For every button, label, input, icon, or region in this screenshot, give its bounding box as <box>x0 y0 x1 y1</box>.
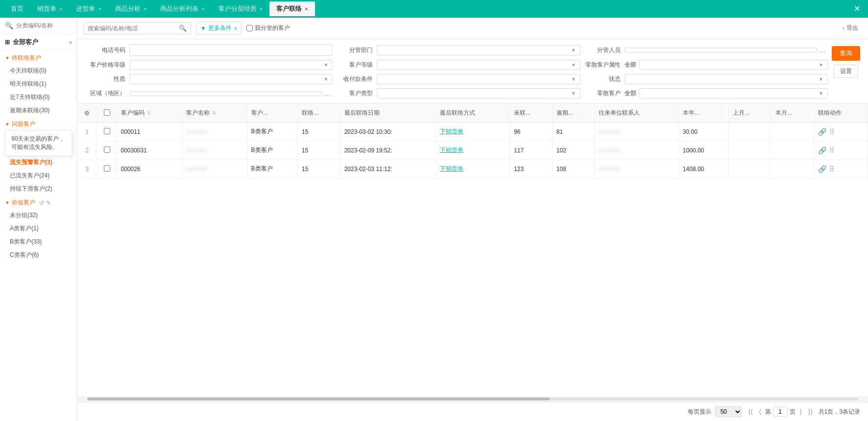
sidebar-group-problem[interactable]: ▼ 问题客户 <box>0 117 77 130</box>
tab-analysis[interactable]: 商品分析 × <box>108 1 153 16</box>
th-last-method[interactable]: 最后联络方式 <box>436 104 510 123</box>
tab-analysis-close[interactable]: × <box>144 6 146 12</box>
sidebar-item-declining[interactable]: 持续下滑客户(2) <box>0 182 77 196</box>
cell-checkbox-0[interactable] <box>97 123 117 141</box>
last-page-btn[interactable]: ⟩⟩ <box>806 407 815 417</box>
filter-row-2: 客户价格等级 ▼ 客户等级 ▼ <box>85 60 828 70</box>
horizontal-scrollbar[interactable] <box>77 396 868 402</box>
filter-input-phone[interactable] <box>129 44 333 56</box>
action-link-icon-1[interactable]: 🔗 <box>818 147 826 154</box>
th-unit-contact[interactable]: 往来单位联系人 <box>595 104 678 123</box>
action-more-icon-2[interactable]: ⠿ <box>829 165 834 173</box>
th-action[interactable]: 联络动作 <box>814 104 868 123</box>
th-checkbox[interactable] <box>97 104 117 123</box>
search-input[interactable] <box>88 25 176 32</box>
sidebar-item-churned[interactable]: 已流失客户(24) <box>0 169 77 182</box>
search-icon[interactable]: 🔍 <box>179 25 187 32</box>
last-method-link-1[interactable]: 下销货单 <box>440 147 463 153</box>
row-checkbox-0[interactable] <box>104 128 110 134</box>
th-contact[interactable]: 联络... <box>298 104 340 123</box>
sidebar-item-churn-warning[interactable]: 流失预警客户(3) <box>0 156 77 169</box>
sidebar-group-pending[interactable]: ▼ 待联络客户 <box>0 51 77 64</box>
chevron-icon-retail-cust: ▼ <box>819 91 823 96</box>
filter-select-manager[interactable] <box>625 48 817 52</box>
tab-purchase-close[interactable]: × <box>98 6 101 12</box>
ellipsis-region[interactable]: … <box>322 90 333 98</box>
sidebar-item-class-b[interactable]: B类客户(33) <box>0 235 77 248</box>
cell-checkbox-2[interactable] <box>97 160 117 178</box>
export-button[interactable]: ↑ 导出 <box>838 22 862 34</box>
th-code[interactable]: 客户编码 ⇅ <box>117 104 182 123</box>
filter-select-nature[interactable]: ▼ <box>129 74 333 84</box>
action-link-icon-0[interactable]: 🔗 <box>818 128 826 136</box>
action-more-icon-1[interactable]: ⠿ <box>829 147 834 154</box>
sidebar-search-input[interactable] <box>16 22 77 29</box>
th-this-month[interactable]: 本月... <box>771 104 814 123</box>
prev-page-btn[interactable]: ⟨ <box>757 407 763 417</box>
tab-customer-contact[interactable]: 客户联络 × <box>269 1 314 16</box>
tab-customer-contact-close[interactable]: × <box>305 6 308 12</box>
tab-analysis-list-close[interactable]: × <box>201 6 204 12</box>
th-last-month[interactable]: 上月... <box>729 104 772 123</box>
cell-checkbox-1[interactable] <box>97 141 117 160</box>
cell-code-2: 000026 <box>117 160 182 178</box>
filter-select-payment[interactable]: ▼ <box>377 74 580 84</box>
tab-analysis-list[interactable]: 商品分析列表 × <box>153 1 211 16</box>
filter-select-retail-attr[interactable]: ▼ <box>639 60 828 70</box>
window-close-button[interactable]: ✕ <box>850 4 864 13</box>
sidebar-item-ungrouped[interactable]: 未分组(32) <box>0 209 77 222</box>
th-name[interactable]: 客户名称 ⇅ <box>182 104 247 123</box>
tab-sales[interactable]: 销货单 × <box>30 1 69 16</box>
first-page-btn[interactable]: ⟨⟨ <box>746 407 755 417</box>
refresh-icon[interactable]: ↺ <box>39 199 44 206</box>
sidebar-item-7days[interactable]: 近7天待联络(0) <box>0 91 77 104</box>
th-settings[interactable]: ⚙ <box>77 104 97 123</box>
th-last-date[interactable]: 最后联络日期 <box>340 104 435 123</box>
settings-button[interactable]: 设置 <box>834 65 858 78</box>
next-page-btn[interactable]: ⟩ <box>797 407 804 417</box>
my-customer-checkbox-label[interactable]: 我分管的客户 <box>246 24 290 32</box>
sidebar-item-overdue[interactable]: 逾期未联络(30) <box>0 104 77 117</box>
last-method-link-2[interactable]: 下销货单 <box>440 165 463 172</box>
cell-last-method-1[interactable]: 下销货单 <box>436 141 510 160</box>
sidebar-item-today[interactable]: 今天待联络(0) <box>0 64 77 77</box>
all-customers-header[interactable]: ⊞ 全部客户 « <box>0 34 77 51</box>
filter-select-retail-cust[interactable]: ▼ <box>639 88 828 99</box>
action-link-icon-2[interactable]: 🔗 <box>818 165 826 173</box>
per-page-select[interactable]: 50 100 <box>715 406 742 417</box>
filter-select-dept[interactable]: ▼ <box>377 45 580 55</box>
sidebar-item-tomorrow[interactable]: 明天待联络(1) <box>0 77 77 91</box>
tab-customer-segment-close[interactable]: × <box>260 6 263 12</box>
tab-home[interactable]: 首页 <box>4 1 30 16</box>
my-customer-checkbox[interactable] <box>246 25 253 31</box>
th-uncontacted[interactable]: 未联... <box>510 104 553 123</box>
tab-sales-close[interactable]: × <box>59 6 62 12</box>
edit-icon[interactable]: ✎ <box>46 199 51 206</box>
th-overdue[interactable]: 逾期... <box>552 104 595 123</box>
action-more-icon-0[interactable]: ⠿ <box>829 128 834 136</box>
last-method-link-0[interactable]: 下销货单 <box>440 128 463 135</box>
cell-last-method-0[interactable]: 下销货单 <box>436 123 510 141</box>
th-this-year[interactable]: 本年... <box>678 104 729 123</box>
filter-select-customer-grade[interactable]: ▼ <box>377 60 580 70</box>
sidebar-item-class-c[interactable]: C类客户(6) <box>0 248 77 262</box>
scrollbar-thumb[interactable] <box>87 397 550 400</box>
sidebar-item-class-a[interactable]: A类客户(1) <box>0 222 77 235</box>
ellipsis-manager[interactable]: … <box>817 46 828 54</box>
row-checkbox-2[interactable] <box>104 165 110 172</box>
more-filter-button[interactable]: ▼ 更多条件 ∧ <box>196 22 241 35</box>
row-checkbox-1[interactable] <box>104 147 110 153</box>
query-button[interactable]: 查询 <box>832 46 860 61</box>
filter-select-cust-type[interactable]: ▼ <box>377 88 580 99</box>
filter-select-region[interactable] <box>129 91 322 96</box>
filter-select-status[interactable]: ▼ <box>625 74 828 84</box>
cell-last-method-2[interactable]: 下销货单 <box>436 160 510 178</box>
tab-purchase[interactable]: 进货单 × <box>69 1 108 16</box>
sidebar-group-value[interactable]: ▼ 价值客户 ↺ ✎ <box>0 196 77 209</box>
th-type[interactable]: 客户... <box>247 104 298 123</box>
page-input[interactable] <box>773 407 788 417</box>
tab-customer-segment[interactable]: 客户分层经营 × <box>212 1 269 16</box>
select-all-checkbox[interactable] <box>104 109 110 116</box>
filter-select-price-grade[interactable]: ▼ <box>129 60 333 70</box>
collapse-btn[interactable]: « <box>69 39 72 45</box>
